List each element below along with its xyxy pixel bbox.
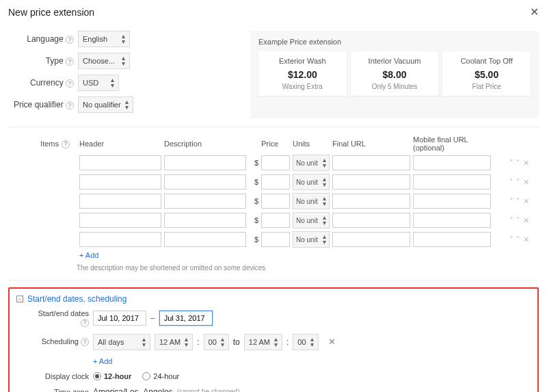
example-card: Interior Vacuum $8.00 Only 5 Minutes	[351, 51, 439, 96]
item-units-select[interactable]: No unit▴▾	[293, 212, 330, 228]
item-price-input[interactable]	[261, 194, 290, 209]
currency-symbol: $	[249, 159, 258, 167]
chevron-updown-icon: ▴▾	[122, 34, 125, 44]
move-up-icon[interactable]: ˄	[509, 197, 513, 206]
tz-note: (cannot be changed)	[177, 388, 240, 392]
item-price-input[interactable]	[261, 213, 290, 228]
to-label: to	[233, 337, 240, 347]
item-price-input[interactable]	[261, 232, 290, 247]
col-description: Description	[164, 140, 246, 151]
example-preview: Example Price extension Exterior Wash $1…	[250, 31, 539, 118]
item-description-input[interactable]	[164, 155, 246, 170]
start-hour-select[interactable]: 12 AM▴▾	[155, 334, 193, 350]
move-up-icon[interactable]: ˄	[509, 178, 513, 187]
type-select[interactable]: Choose... ▴▾	[78, 53, 130, 69]
currency-label: Currency	[30, 78, 64, 88]
remove-schedule-icon[interactable]: ✕	[328, 337, 336, 347]
col-units: Units	[293, 140, 330, 151]
item-header-input[interactable]	[79, 174, 161, 190]
remove-row-icon[interactable]: ✕	[523, 216, 529, 225]
example-card: Exterior Wash $12.00 Waxing Extra	[258, 51, 347, 96]
price-extension-dialog: New price extension ✕ Language ? English…	[0, 0, 547, 392]
dialog-title: New price extension	[8, 7, 94, 18]
item-description-input[interactable]	[164, 194, 246, 209]
chevron-updown-icon: ▴▾	[125, 99, 129, 110]
move-up-icon[interactable]: ˄	[509, 216, 513, 225]
help-icon[interactable]: ?	[66, 36, 74, 44]
items-label: Items	[8, 140, 59, 151]
item-price-input[interactable]	[261, 174, 290, 190]
item-final-url-input[interactable]	[332, 174, 410, 190]
item-header-input[interactable]	[79, 232, 161, 247]
example-title: Example Price extension	[258, 38, 531, 46]
help-icon[interactable]: ?	[66, 101, 74, 109]
settings-form: Language ? English ▴▾ Type ? Choose... ▴…	[8, 31, 234, 118]
item-description-input[interactable]	[164, 213, 246, 228]
start-date-input[interactable]	[93, 311, 146, 326]
item-final-url-input[interactable]	[332, 194, 410, 209]
remove-row-icon[interactable]: ✕	[523, 178, 529, 187]
clock-12-radio[interactable]: 12-hour	[93, 372, 131, 380]
item-units-select[interactable]: No unit▴▾	[293, 155, 330, 171]
item-units-select[interactable]: No unit▴▾	[293, 193, 330, 209]
language-select[interactable]: English ▴▾	[78, 31, 130, 47]
help-icon[interactable]: ?	[62, 140, 70, 148]
end-date-input[interactable]	[159, 311, 213, 326]
item-units-select[interactable]: No unit▴▾	[293, 231, 330, 248]
scheduling-label: Scheduling	[42, 337, 79, 345]
item-header-input[interactable]	[79, 213, 161, 228]
remove-row-icon[interactable]: ✕	[523, 159, 529, 168]
scheduling-accordion[interactable]: Start/end dates, scheduling	[27, 294, 126, 304]
move-down-icon[interactable]: ˅	[516, 159, 520, 168]
item-final-url-input[interactable]	[332, 213, 410, 228]
end-min-select[interactable]: 00▴▾	[293, 334, 318, 350]
item-mobile-url-input[interactable]	[413, 174, 491, 190]
col-mobile-url: Mobile final URL (optional)	[413, 135, 491, 155]
tz-value: America/Los_Angeles	[93, 387, 173, 393]
collapse-icon[interactable]: −	[16, 296, 23, 302]
move-down-icon[interactable]: ˅	[516, 235, 520, 244]
chevron-updown-icon: ▴▾	[122, 55, 125, 66]
help-icon[interactable]: ?	[66, 79, 74, 88]
move-up-icon[interactable]: ˄	[509, 159, 513, 168]
item-final-url-input[interactable]	[332, 155, 410, 170]
help-icon[interactable]: ?	[81, 338, 89, 346]
item-mobile-url-input[interactable]	[413, 194, 491, 209]
item-description-input[interactable]	[164, 174, 246, 190]
start-min-select[interactable]: 00▴▾	[204, 334, 229, 350]
clock-24-radio[interactable]: 24-hour	[142, 372, 179, 380]
add-schedule-link[interactable]: + Add	[93, 357, 112, 365]
clock-label: Display clock	[30, 372, 89, 380]
item-description-input[interactable]	[164, 232, 246, 247]
add-item-link[interactable]: + Add	[79, 251, 98, 259]
help-icon[interactable]: ?	[81, 319, 89, 327]
item-header-input[interactable]	[79, 194, 161, 209]
qualifier-select[interactable]: No qualifier ▴▾	[78, 96, 133, 113]
col-header: Header	[79, 140, 161, 151]
end-hour-select[interactable]: 12 AM▴▾	[244, 334, 282, 350]
chevron-updown-icon: ▴▾	[111, 77, 114, 88]
item-header-input[interactable]	[79, 155, 161, 170]
qualifier-label: Price qualifier	[14, 100, 64, 109]
items-note: The description may be shortened or omit…	[77, 264, 539, 272]
item-units-select[interactable]: No unit▴▾	[293, 174, 330, 190]
close-icon[interactable]: ✕	[530, 5, 539, 18]
move-down-icon[interactable]: ˅	[516, 197, 520, 206]
col-price: Price	[261, 140, 290, 151]
items-section: Items ? Header Description Price Units F…	[8, 127, 539, 280]
item-mobile-url-input[interactable]	[413, 213, 491, 228]
item-mobile-url-input[interactable]	[413, 155, 491, 170]
help-icon[interactable]: ?	[66, 57, 74, 66]
item-final-url-input[interactable]	[332, 232, 410, 247]
move-down-icon[interactable]: ˅	[516, 178, 520, 187]
remove-row-icon[interactable]: ✕	[523, 235, 529, 244]
move-up-icon[interactable]: ˄	[509, 235, 513, 244]
days-select[interactable]: All days▴▾	[93, 334, 150, 350]
move-down-icon[interactable]: ˅	[516, 216, 520, 225]
remove-row-icon[interactable]: ✕	[523, 197, 529, 206]
item-mobile-url-input[interactable]	[413, 232, 491, 247]
item-price-input[interactable]	[261, 155, 290, 170]
col-final-url: Final URL	[332, 140, 410, 151]
startend-label: Start/end dates	[38, 309, 89, 317]
currency-select[interactable]: USD ▴▾	[78, 75, 119, 91]
